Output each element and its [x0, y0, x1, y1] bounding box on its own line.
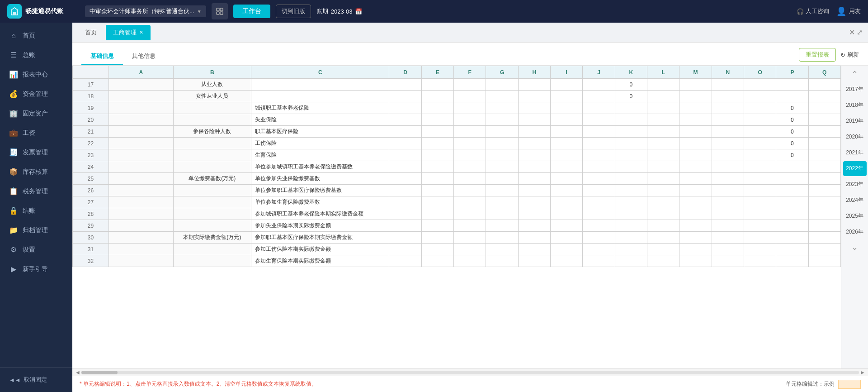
year-item[interactable]: 2025年 [843, 209, 867, 224]
cell-e[interactable] [421, 149, 453, 161]
cell-i[interactable] [551, 220, 583, 232]
cell-e[interactable] [421, 185, 453, 196]
cell-h[interactable] [518, 185, 550, 196]
cell-h[interactable] [518, 114, 550, 126]
cell-k[interactable]: 0 [615, 91, 647, 102]
cell-d[interactable] [389, 138, 421, 149]
cell-m[interactable] [679, 149, 712, 161]
cell-q[interactable] [808, 208, 840, 220]
cell-d[interactable] [389, 196, 421, 208]
cell-i[interactable] [551, 161, 583, 173]
cell-i[interactable] [551, 138, 583, 149]
cell-i[interactable] [551, 244, 583, 255]
cell-k[interactable] [615, 149, 647, 161]
cell-p[interactable]: 0 [776, 126, 808, 138]
cell-o[interactable] [744, 91, 776, 102]
cell-j[interactable] [583, 91, 615, 102]
cell-o[interactable] [744, 161, 776, 173]
sidebar-item-wizard[interactable]: ▶ 新手引导 [0, 259, 72, 279]
cell-c[interactable]: 参加生育保险本期实际缴费金额 [251, 255, 389, 267]
cell-p[interactable] [776, 161, 808, 173]
cell-k[interactable]: 0 [615, 79, 647, 91]
cell-b[interactable] [173, 102, 251, 114]
spreadsheet-main[interactable]: A B C D E F G H I J [72, 66, 841, 368]
cell-m[interactable] [679, 232, 712, 244]
cell-j[interactable] [583, 196, 615, 208]
cell-i[interactable] [551, 126, 583, 138]
cell-l[interactable] [647, 185, 679, 196]
cell-a[interactable] [109, 102, 174, 114]
cell-p[interactable]: 0 [776, 149, 808, 161]
cell-q[interactable] [808, 161, 840, 173]
cell-e[interactable] [421, 232, 453, 244]
cell-l[interactable] [647, 91, 679, 102]
cell-j[interactable] [583, 149, 615, 161]
cell-a[interactable] [109, 255, 174, 267]
cell-g[interactable] [486, 255, 518, 267]
cell-p[interactable] [776, 196, 808, 208]
cell-o[interactable] [744, 126, 776, 138]
cell-h[interactable] [518, 91, 550, 102]
year-up-icon[interactable]: ⌃ [849, 67, 860, 81]
tab-close-icon[interactable]: ✕ [139, 29, 143, 35]
company-icon-btn[interactable] [212, 3, 228, 19]
cell-k[interactable] [615, 220, 647, 232]
cell-k[interactable] [615, 196, 647, 208]
cell-n[interactable] [712, 244, 744, 255]
cell-b[interactable] [173, 208, 251, 220]
year-item[interactable]: 2018年 [843, 98, 867, 113]
user-menu[interactable]: 👤 用友 [836, 6, 861, 16]
cancel-fixed-btn[interactable]: ◄◄ 取消固定 [0, 371, 72, 388]
cell-h[interactable] [518, 220, 550, 232]
scroll-left-icon[interactable]: ◀ [74, 369, 81, 376]
cell-m[interactable] [679, 255, 712, 267]
cell-p[interactable] [776, 220, 808, 232]
cell-d[interactable] [389, 173, 421, 185]
cell-g[interactable] [486, 244, 518, 255]
cell-e[interactable] [421, 244, 453, 255]
year-item[interactable]: 2026年 [843, 225, 867, 239]
cell-l[interactable] [647, 196, 679, 208]
cell-g[interactable] [486, 161, 518, 173]
cell-h[interactable] [518, 126, 550, 138]
cell-c[interactable]: 单位参加城镇职工基本养老保险缴费基数 [251, 161, 389, 173]
cell-f[interactable] [454, 91, 486, 102]
workbench-button[interactable]: 工作台 [233, 5, 270, 18]
cell-k[interactable] [615, 161, 647, 173]
reset-report-button[interactable]: 重置报表 [799, 48, 836, 62]
cell-m[interactable] [679, 220, 712, 232]
cell-f[interactable] [454, 114, 486, 126]
cell-m[interactable] [679, 126, 712, 138]
cell-f[interactable] [454, 126, 486, 138]
cell-o[interactable] [744, 185, 776, 196]
cell-g[interactable] [486, 102, 518, 114]
cell-p[interactable] [776, 91, 808, 102]
cell-e[interactable] [421, 196, 453, 208]
cell-k[interactable] [615, 255, 647, 267]
cell-l[interactable] [647, 114, 679, 126]
cell-h[interactable] [518, 138, 550, 149]
cell-g[interactable] [486, 220, 518, 232]
cell-h[interactable] [518, 255, 550, 267]
company-selector[interactable]: 中审众环会计师事务所（特殊普通合伙... ▼ [85, 5, 206, 17]
cell-m[interactable] [679, 173, 712, 185]
cell-c[interactable]: 单位参加生育保险缴费基数 [251, 196, 389, 208]
cell-d[interactable] [389, 185, 421, 196]
cell-m[interactable] [679, 161, 712, 173]
cell-b[interactable]: 参保各险种人数 [173, 126, 251, 138]
cell-c[interactable]: 单位参加职工基本医疗保险缴费基数 [251, 185, 389, 196]
cell-h[interactable] [518, 244, 550, 255]
cell-b[interactable] [173, 220, 251, 232]
cell-h[interactable] [518, 161, 550, 173]
cell-p[interactable] [776, 232, 808, 244]
cell-d[interactable] [389, 244, 421, 255]
year-item[interactable]: 2017年 [843, 82, 867, 97]
year-item[interactable]: 2021年 [843, 145, 867, 160]
cell-j[interactable] [583, 232, 615, 244]
cell-n[interactable] [712, 91, 744, 102]
cell-f[interactable] [454, 138, 486, 149]
cell-i[interactable] [551, 102, 583, 114]
ai-consult[interactable]: 🎧 人工咨询 [797, 7, 829, 15]
cell-j[interactable] [583, 173, 615, 185]
cell-j[interactable] [583, 138, 615, 149]
